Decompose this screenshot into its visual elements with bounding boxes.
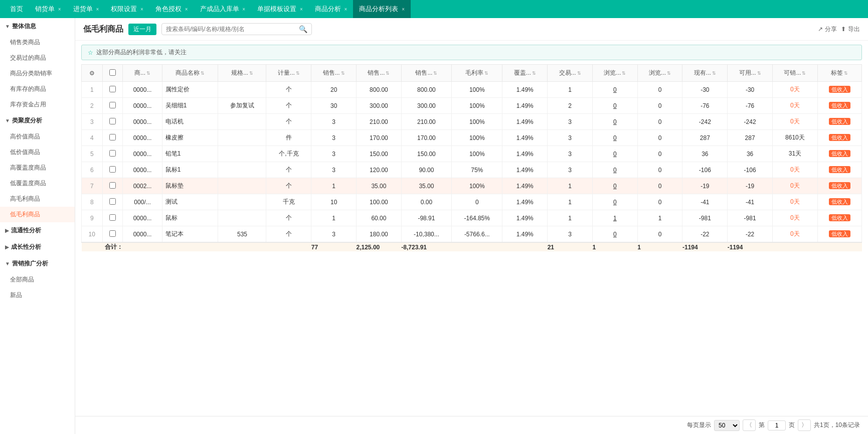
row-name-3[interactable]: 电话机 xyxy=(162,114,218,130)
sidebar-item-traded-goods[interactable]: 交易过的商品 xyxy=(0,50,75,66)
row-view1-10[interactable]: 0 xyxy=(592,226,637,243)
sidebar-group-growth[interactable]: ▶ 成长性分析 xyxy=(0,239,75,255)
sidebar-group-marketing[interactable]: ▼ 营销推广分析 xyxy=(0,255,75,272)
search-input[interactable] xyxy=(166,26,299,33)
prev-page-btn[interactable]: 〈 xyxy=(743,419,756,431)
col-name[interactable]: 商品名称⇅ xyxy=(162,65,218,82)
nav-goods-analysis-list[interactable]: 商品分析列表 × xyxy=(353,0,411,18)
col-tag[interactable]: 标签⇅ xyxy=(817,65,861,82)
nav-home[interactable]: 首页 xyxy=(4,0,29,18)
row-name-9[interactable]: 鼠标 xyxy=(162,210,218,226)
row-view1-1[interactable]: 0 xyxy=(592,82,637,98)
col-unit[interactable]: 计量...⇅ xyxy=(266,65,311,82)
row-view1-4[interactable]: 0 xyxy=(592,130,637,146)
row-code-4: 0000... xyxy=(123,130,162,146)
row-checkbox-2[interactable] xyxy=(102,98,123,114)
row-view1-6[interactable]: 0 xyxy=(592,162,637,178)
sidebar-item-sales-goods[interactable]: 销售类商品 xyxy=(0,35,75,50)
col-available[interactable]: 可用...⇅ xyxy=(728,65,773,82)
sidebar-item-low-coverage[interactable]: 低覆盖度商品 xyxy=(0,176,75,191)
col-saleable-days[interactable]: 可销...⇅ xyxy=(773,65,818,82)
sidebar-item-capital[interactable]: 库存资金占用 xyxy=(0,97,75,112)
nav-purchase[interactable]: 进货单 × xyxy=(67,0,105,18)
select-all-checkbox[interactable] xyxy=(109,69,116,76)
row-checkbox-9[interactable] xyxy=(102,210,123,226)
nav-close-permission[interactable]: × xyxy=(139,7,143,12)
row-name-5[interactable]: 铅笔1 xyxy=(162,146,218,162)
nav-role[interactable]: 角色授权 × xyxy=(149,0,194,18)
page-label: 第 xyxy=(759,421,765,429)
sidebar-item-in-stock[interactable]: 有库存的商品 xyxy=(0,81,75,97)
row-sales-qty-10: 3 xyxy=(311,226,357,243)
row-view1-9[interactable]: 1 xyxy=(592,210,637,226)
nav-close-goods-analysis-list[interactable]: × xyxy=(400,7,405,12)
row-checkbox-3[interactable] xyxy=(102,114,123,130)
col-code[interactable]: 商...⇅ xyxy=(123,65,162,82)
row-checkbox-7[interactable] xyxy=(102,178,123,194)
row-checkbox-4[interactable] xyxy=(102,130,123,146)
row-name-1[interactable]: 属性定价 xyxy=(162,82,218,98)
sidebar-item-category-rate[interactable]: 商品分类助销率 xyxy=(0,66,75,81)
sidebar-item-low-value[interactable]: 低价值商品 xyxy=(0,144,75,160)
row-checkbox-5[interactable] xyxy=(102,146,123,162)
sidebar-item-all-goods[interactable]: 全部商品 xyxy=(0,272,75,287)
col-sales-profit[interactable]: 销售...⇅ xyxy=(401,65,451,82)
sidebar-item-low-margin[interactable]: 低毛利商品 xyxy=(0,207,75,222)
col-spec[interactable]: 规格...⇅ xyxy=(218,65,266,82)
row-tag-5: 低收入 xyxy=(817,146,861,162)
nav-permission[interactable]: 权限设置 × xyxy=(105,0,149,18)
col-coverage[interactable]: 覆盖...⇅ xyxy=(502,65,548,82)
sidebar-item-new-goods[interactable]: 新品 xyxy=(0,287,75,303)
row-checkbox-1[interactable] xyxy=(102,82,123,98)
nav-close-sales[interactable]: × xyxy=(57,7,61,12)
nav-close-goods-analysis[interactable]: × xyxy=(343,7,348,12)
sidebar-group-overall[interactable]: ▼ 整体信息 xyxy=(0,18,75,35)
row-view1-5[interactable]: 0 xyxy=(592,146,637,162)
row-name-2[interactable]: 吴细细1 xyxy=(162,98,218,114)
row-checkbox-6[interactable] xyxy=(102,162,123,178)
sidebar-group-cluster[interactable]: ▼ 类聚度分析 xyxy=(0,112,75,129)
page-size-select[interactable]: 50 100 xyxy=(714,420,740,431)
row-checkbox-8[interactable] xyxy=(102,194,123,210)
col-checkbox[interactable] xyxy=(102,65,123,82)
sidebar-group-flow[interactable]: ▶ 流通性分析 xyxy=(0,222,75,239)
row-view1-3[interactable]: 0 xyxy=(592,114,637,130)
row-unit-9: 个 xyxy=(266,210,311,226)
page-number-input[interactable] xyxy=(768,420,786,430)
col-view1[interactable]: 浏览...⇅ xyxy=(592,65,637,82)
period-button[interactable]: 近一月 xyxy=(128,24,156,35)
nav-template[interactable]: 单据模板设置 × xyxy=(251,0,309,18)
search-icon[interactable]: 🔍 xyxy=(299,25,307,33)
col-sales-qty[interactable]: 销售...⇅ xyxy=(311,65,357,82)
sidebar-collapse-btn[interactable]: « xyxy=(75,38,75,58)
nav-goods-analysis[interactable]: 商品分析 × xyxy=(309,0,354,18)
col-sales-price[interactable]: 销售...⇅ xyxy=(357,65,402,82)
nav-close-purchase[interactable]: × xyxy=(95,7,99,12)
col-gross-margin[interactable]: 毛利率⇅ xyxy=(452,65,502,82)
nav-close-template[interactable]: × xyxy=(298,7,303,12)
sidebar-item-high-margin[interactable]: 高毛利商品 xyxy=(0,191,75,207)
row-view1-2[interactable]: 0 xyxy=(592,98,637,114)
next-page-btn[interactable]: 〉 xyxy=(798,419,811,431)
export-button[interactable]: ⬆ 导出 xyxy=(841,25,860,34)
col-settings[interactable]: ⚙ xyxy=(82,65,103,82)
row-current-stock-3: -242 xyxy=(682,114,728,130)
nav-close-product-inbound[interactable]: × xyxy=(241,7,246,12)
row-name-8[interactable]: 测试 xyxy=(162,194,218,210)
row-name-6[interactable]: 鼠标1 xyxy=(162,162,218,178)
row-name-10[interactable]: 笔记本 xyxy=(162,226,218,243)
nav-sales[interactable]: 销货单 × xyxy=(29,0,67,18)
row-name-4[interactable]: 橡皮擦 xyxy=(162,130,218,146)
nav-product-inbound[interactable]: 产成品入库单 × xyxy=(194,0,252,18)
row-checkbox-10[interactable] xyxy=(102,226,123,243)
col-view2[interactable]: 浏览...⇅ xyxy=(637,65,682,82)
nav-close-role[interactable]: × xyxy=(184,7,188,12)
row-view1-8[interactable]: 0 xyxy=(592,194,637,210)
sidebar-item-high-value[interactable]: 高价值商品 xyxy=(0,129,75,144)
col-current-stock[interactable]: 现有...⇅ xyxy=(682,65,728,82)
row-view1-7[interactable]: 0 xyxy=(592,178,637,194)
col-trans[interactable]: 交易...⇅ xyxy=(548,65,593,82)
sidebar-item-high-coverage[interactable]: 高覆盖度商品 xyxy=(0,160,75,176)
row-name-7[interactable]: 鼠标垫 xyxy=(162,178,218,194)
share-button[interactable]: ↗ 分享 xyxy=(818,25,837,34)
